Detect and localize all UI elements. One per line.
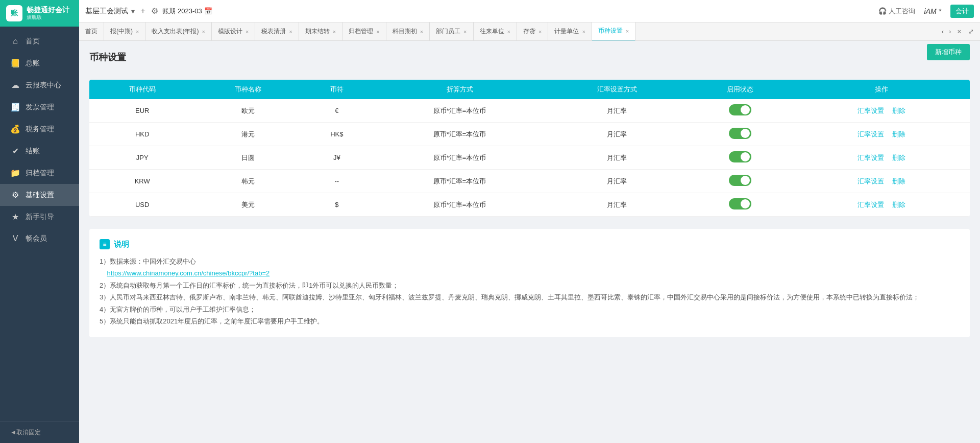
company-name-text: 基层工会测试 (85, 7, 128, 16)
col-calc: 折算方式 (373, 80, 547, 99)
cell-code-0: EUR (89, 99, 195, 123)
table-row: KRW 韩元 -- 原币*汇率=本位币 月汇率 汇率设置 删除 (89, 170, 970, 193)
sidebar-item-archive[interactable]: 📁 归档管理 (0, 162, 79, 184)
tab-inventory-close[interactable]: × (538, 29, 542, 35)
headset-icon: 🎧 (878, 7, 887, 15)
tab-mid[interactable]: 报(中期) × (104, 22, 145, 41)
cell-status-3 (687, 170, 793, 193)
cell-rate-4: 月汇率 (547, 193, 687, 217)
new-currency-button[interactable]: 新增币种 (927, 44, 970, 60)
sidebar-item-home-label: 首页 (26, 37, 40, 46)
guide-icon: ★ (10, 212, 20, 222)
toggle-2[interactable] (729, 151, 751, 162)
company-dropdown-icon[interactable]: ▾ (131, 7, 135, 15)
tab-period-close[interactable]: × (333, 29, 336, 35)
cell-rate-1: 月汇率 (547, 123, 687, 146)
delete-1[interactable]: 删除 (892, 130, 905, 138)
tab-template[interactable]: 模版设计 × (212, 22, 255, 41)
tab-home-label: 首页 (85, 27, 97, 36)
iam-star-label: iAM * (919, 7, 946, 15)
tab-dept-close[interactable]: × (463, 29, 467, 35)
sidebar-nav: ⌂ 首页 📒 总账 ☁ 云报表中心 🧾 发票管理 💰 税务管理 ✔ 结账 📁 归… (0, 27, 79, 422)
sidebar-item-member[interactable]: V 畅会员 (0, 228, 79, 249)
tab-archive-close[interactable]: × (376, 29, 379, 35)
tab-unit[interactable]: 计量单位 × (548, 22, 592, 41)
table-row: USD 美元 $ 原币*汇率=本位币 月汇率 汇率设置 删除 (89, 193, 970, 217)
cell-rate-3: 月汇率 (547, 170, 687, 193)
toggle-0[interactable] (729, 104, 751, 115)
page-title: 币种设置 (89, 51, 126, 63)
cell-rate-2: 月汇率 (547, 146, 687, 170)
tab-home[interactable]: 首页 (79, 22, 104, 41)
sidebar-item-invoice-label: 发票管理 (26, 103, 54, 112)
tab-client-close[interactable]: × (507, 29, 510, 35)
sidebar-item-ledger[interactable]: 📒 总账 (0, 52, 79, 74)
settings-gear-icon[interactable]: ⚙ (151, 6, 158, 16)
toggle-knob-1 (741, 129, 750, 138)
toggle-3[interactable] (729, 175, 751, 186)
tab-dept[interactable]: 部门员工 × (430, 22, 473, 41)
add-tab-button[interactable]: ＋ (139, 6, 147, 16)
sidebar-logo: 账 畅捷通好会计 旗舰版 (0, 0, 79, 27)
tab-prev-button[interactable]: ‹ (940, 27, 946, 36)
rate-setting-1[interactable]: 汇率设置 (857, 130, 884, 138)
logo-text: 畅捷通好会计 (27, 6, 69, 14)
delete-3[interactable]: 删除 (892, 177, 905, 185)
delete-2[interactable]: 删除 (892, 154, 905, 161)
notes-link[interactable]: https://www.chinamoney.com.cn/chinese/bk… (107, 269, 270, 277)
tab-tax[interactable]: 税表清册 × (255, 22, 299, 41)
tab-client[interactable]: 往来单位 × (474, 22, 517, 41)
period-value: 2023-03 (178, 7, 202, 15)
tab-close-all-button[interactable]: × (954, 27, 964, 36)
sidebar-item-tax[interactable]: 💰 税务管理 (0, 118, 79, 140)
sidebar-item-guide[interactable]: ★ 新手引导 (0, 206, 79, 228)
tab-annual[interactable]: 收入支出表(年报) × (145, 22, 211, 41)
customer-service-button[interactable]: 🎧 人工咨询 (878, 7, 915, 16)
tab-inventory[interactable]: 存货 × (517, 22, 548, 41)
col-status: 启用状态 (687, 80, 793, 99)
sidebar-item-home[interactable]: ⌂ 首页 (0, 31, 79, 52)
tab-currency[interactable]: 币种设置 × (592, 22, 635, 41)
tab-period[interactable]: 期末结转 × (299, 22, 342, 41)
tab-mid-close[interactable]: × (136, 29, 139, 35)
sidebar-collapse-button[interactable]: ◄取消固定 (0, 422, 79, 443)
tab-template-close[interactable]: × (246, 29, 249, 35)
col-symbol: 币符 (301, 80, 373, 99)
tab-annual-close[interactable]: × (202, 29, 205, 35)
cell-symbol-2: J¥ (301, 146, 373, 170)
rate-setting-4[interactable]: 汇率设置 (857, 201, 884, 208)
tab-unit-close[interactable]: × (582, 29, 585, 35)
tab-tax-close[interactable]: × (289, 29, 292, 35)
sidebar-item-invoice[interactable]: 🧾 发票管理 (0, 96, 79, 118)
sidebar-item-settings[interactable]: ⚙ 基础设置 (0, 184, 79, 206)
tab-currency-close[interactable]: × (626, 28, 629, 34)
delete-4[interactable]: 删除 (892, 201, 905, 208)
sidebar-item-settlement[interactable]: ✔ 结账 (0, 140, 79, 162)
toggle-4[interactable] (729, 198, 751, 209)
sidebar-item-reports[interactable]: ☁ 云报表中心 (0, 74, 79, 96)
calendar-icon[interactable]: 📅 (204, 7, 212, 15)
tab-subject-close[interactable]: × (420, 29, 423, 35)
rate-setting-0[interactable]: 汇率设置 (857, 107, 884, 114)
kuaiji-button[interactable]: 会计 (950, 5, 974, 18)
member-icon: V (10, 234, 20, 243)
cell-calc-3: 原币*汇率=本位币 (373, 170, 547, 193)
sidebar-item-reports-label: 云报表中心 (26, 81, 61, 90)
cell-actions-3: 汇率设置 删除 (793, 170, 970, 193)
table-row: JPY 日圆 J¥ 原币*汇率=本位币 月汇率 汇率设置 删除 (89, 146, 970, 170)
tab-subject[interactable]: 科目期初 × (386, 22, 430, 41)
settings-icon: ⚙ (10, 190, 20, 200)
notes-item: 2）系统自动获取每月第一个工作日的汇率标价，统一为直接标价法，即1外币可以兑换的… (100, 279, 960, 291)
rate-setting-2[interactable]: 汇率设置 (857, 154, 884, 161)
rate-setting-3[interactable]: 汇率设置 (857, 177, 884, 185)
cell-code-4: USD (89, 193, 195, 217)
sidebar-item-settlement-label: 结账 (26, 147, 40, 156)
invoice-icon: 🧾 (10, 102, 20, 112)
sidebar-collapse-label: ◄取消固定 (10, 428, 41, 437)
tab-next-button[interactable]: › (947, 27, 953, 36)
delete-0[interactable]: 删除 (892, 107, 905, 114)
tabs-bar: 首页 报(中期) × 收入支出表(年报) × 模版设计 × 税表清册 × 期末结… (79, 22, 980, 41)
toggle-1[interactable] (729, 128, 751, 139)
tab-archive[interactable]: 归档管理 × (342, 22, 386, 41)
tab-expand-button[interactable]: ⤢ (965, 27, 977, 36)
